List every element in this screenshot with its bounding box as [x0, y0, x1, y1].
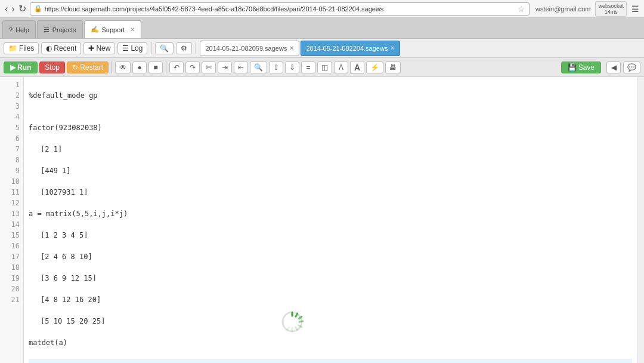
split-button[interactable]: ◫: [317, 61, 332, 73]
tab-help[interactable]: ? Help: [2, 20, 36, 38]
line-num-20: 20: [0, 284, 20, 294]
vertical-scrollbar[interactable]: [637, 77, 644, 363]
output-line-mat4: [4 8 12 16 20]: [29, 294, 632, 305]
browser-chrome: ‹ › ↻ 🔒 https://cloud.sagemath.com/proje…: [0, 0, 644, 39]
run-button[interactable]: ▶ Run: [4, 61, 38, 73]
eye-button[interactable]: 👁: [115, 61, 131, 73]
code-line-blank1[interactable]: [29, 155, 632, 165]
run-label: Run: [17, 63, 31, 72]
line-num-21: 21: [0, 294, 20, 305]
output-line-factor2: [449 1]: [29, 165, 632, 176]
save-label: Save: [578, 63, 595, 72]
code-line-9[interactable]: [29, 219, 632, 230]
output-line-mat2: [2 4 6 8 10]: [29, 251, 632, 262]
file-tab2-close[interactable]: ✕: [390, 45, 395, 51]
browser-menu-icon[interactable]: ☰: [631, 4, 639, 14]
line-num-5: 5: [0, 122, 20, 133]
code-line-13[interactable]: [29, 359, 632, 363]
files-button[interactable]: 📁 Files: [4, 42, 39, 54]
restart-button[interactable]: ↻ Restart: [67, 61, 109, 73]
recent-button[interactable]: ◐ Recent: [41, 42, 81, 54]
bookmark-icon[interactable]: ☆: [518, 4, 525, 14]
projects-icon: ☰: [44, 26, 49, 33]
tab-support-label: Support: [102, 26, 125, 33]
print-button[interactable]: 🖶: [385, 61, 401, 73]
indent-button[interactable]: ⇥: [218, 61, 232, 73]
code-line-4[interactable]: [29, 112, 632, 122]
reload-button[interactable]: ↻: [18, 3, 26, 14]
plus-icon: ✚: [88, 44, 94, 53]
code-line-3[interactable]: [29, 101, 632, 112]
square-button[interactable]: ■: [148, 61, 163, 73]
search-button[interactable]: 🔍: [250, 61, 267, 73]
code-line-12[interactable]: [29, 348, 632, 359]
line-num-8: 8: [0, 155, 20, 165]
tab-projects[interactable]: ☰ Projects: [37, 20, 83, 38]
redo-button[interactable]: ↷: [185, 61, 200, 73]
code-line-2[interactable]: %default_mode gp: [29, 90, 632, 101]
code-line-8[interactable]: a = matrix(5,5,i,j,i*j): [29, 208, 632, 219]
code-line-1[interactable]: [29, 79, 632, 90]
left-arrow-button[interactable]: ◀: [606, 61, 621, 73]
up-button[interactable]: ⇧: [269, 61, 283, 73]
restart-icon: ↻: [72, 63, 78, 72]
log-icon: ☰: [122, 44, 129, 53]
lightning-button[interactable]: ⚡: [366, 61, 383, 73]
file-tab-2[interactable]: 2014-05-21-082204.sagews ✕: [301, 41, 400, 56]
editor-area: 1 2 3 4 5 6 7 8 9 10 11 12 13 14 15 16 1…: [0, 77, 644, 363]
file-tab2-label: 2014-05-21-082204.sagews: [306, 45, 388, 52]
websocket-time: 14ms: [598, 9, 624, 15]
output-line-mat3: [3 6 9 12 15]: [29, 273, 632, 284]
font-large-button[interactable]: A: [350, 61, 364, 74]
code-line-blank6[interactable]: [29, 305, 632, 316]
undo-button[interactable]: ↶: [169, 61, 184, 73]
code-line-11[interactable]: matdet(a): [29, 337, 632, 348]
tab-projects-label: Projects: [52, 26, 76, 33]
line-num-16: 16: [0, 241, 20, 251]
code-line-10[interactable]: [29, 327, 632, 337]
stop-button[interactable]: Stop: [39, 61, 65, 73]
tab-help-label: Help: [16, 26, 29, 33]
url-bar[interactable]: 🔒 https://cloud.sagemath.com/projects/4a…: [30, 2, 530, 16]
settings-icon[interactable]: ⚙: [176, 42, 192, 54]
code-line-blank5[interactable]: [29, 284, 632, 294]
line-num-4: 4: [0, 112, 20, 122]
equals-button[interactable]: =: [301, 61, 315, 73]
code-line-7[interactable]: [29, 198, 632, 208]
file-tab-1[interactable]: 2014-05-21-082059.sagews ✕: [200, 41, 299, 56]
clock-icon: ◐: [46, 44, 52, 53]
code-line-6[interactable]: [29, 133, 632, 144]
code-line-blank4[interactable]: [29, 262, 632, 273]
support-icon: ✍: [91, 26, 99, 33]
log-button[interactable]: ☰ Log: [117, 42, 147, 54]
tab-support-close[interactable]: ✕: [130, 26, 135, 33]
dot-button[interactable]: ●: [132, 61, 147, 73]
caret-button[interactable]: Λ: [334, 61, 348, 73]
code-line-blank2[interactable]: [29, 176, 632, 187]
code-editor[interactable]: %default_mode gp factor(923082038) [2 1]…: [24, 77, 637, 363]
line-num-13: 13: [0, 208, 20, 219]
restart-label: Restart: [80, 63, 103, 72]
code-line-5[interactable]: factor(923082038): [29, 122, 632, 133]
back-button[interactable]: ‹: [5, 4, 8, 14]
scissors-button[interactable]: ✄: [202, 61, 216, 73]
chat-button[interactable]: 💬: [623, 61, 640, 73]
spinner-svg: [280, 310, 304, 334]
line-num-1: 1: [0, 79, 20, 90]
save-button[interactable]: 💾 Save: [561, 61, 601, 73]
tab-support[interactable]: ✍ Support ✕: [84, 20, 142, 38]
file-tab1-label: 2014-05-21-082059.sagews: [205, 45, 287, 52]
line-num-6: 6: [0, 133, 20, 144]
file-tab1-close[interactable]: ✕: [289, 45, 294, 51]
new-button[interactable]: ✚ New: [83, 42, 115, 54]
websocket-label: websocket: [598, 3, 624, 9]
code-line-blank3[interactable]: [29, 241, 632, 251]
outdent-button[interactable]: ⇤: [234, 61, 248, 73]
user-email: wstein@gmail.com: [535, 5, 590, 13]
loading-spinner: [280, 310, 304, 337]
line-num-2: 2: [0, 90, 20, 101]
folder-icon: 📁: [8, 44, 17, 53]
search-toolbar-icon[interactable]: 🔍: [155, 42, 174, 54]
down-button[interactable]: ⇩: [285, 61, 299, 73]
forward-button[interactable]: ›: [11, 4, 14, 14]
